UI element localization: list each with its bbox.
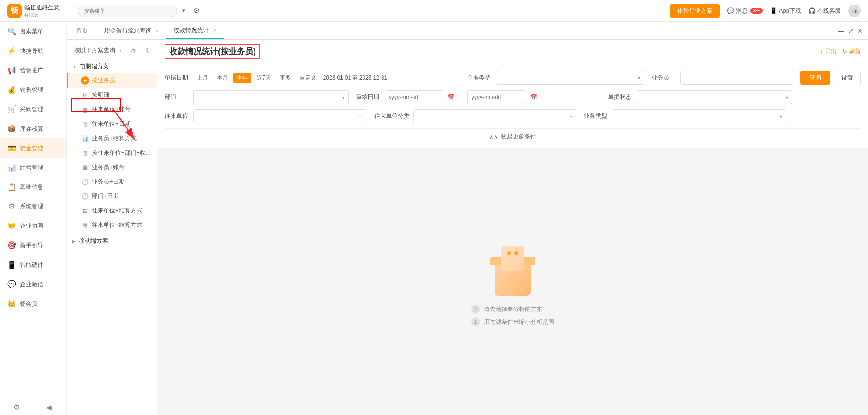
maximize-btn[interactable]: ⤢: [848, 27, 854, 34]
partner-select[interactable]: ···: [193, 109, 367, 123]
tree-label-partner-account: 往来单位+账号: [92, 105, 131, 113]
date-tab-last-month[interactable]: 上月: [193, 73, 212, 83]
tree-item-partner-date[interactable]: ▦ 往来单位+日期: [67, 117, 157, 131]
refresh-icon: ↻: [842, 48, 847, 55]
app-download-action[interactable]: 📱 App下载: [770, 7, 801, 15]
dept-select[interactable]: ▾: [193, 90, 349, 104]
audit-date-start-input[interactable]: [385, 90, 443, 104]
salesperson-select[interactable]: ···: [680, 71, 793, 85]
tree-item-dept-date[interactable]: 🕐 部门+日期: [67, 189, 157, 203]
dropdown-btn[interactable]: ▾: [177, 5, 190, 17]
pc-section-header[interactable]: ▼ 电脑端方案: [67, 60, 157, 73]
app-download-label: App下载: [779, 7, 801, 15]
message-action[interactable]: 💬 消息 99+: [727, 7, 763, 15]
page-title-bar: 收款情况统计(按业务员) ↑ 导出 ↻ 刷新: [157, 40, 868, 63]
gear-icon[interactable]: ⚙: [193, 6, 200, 15]
sidebar-item-basic-info[interactable]: 📋 基础信息: [0, 177, 66, 197]
partner-account-icon: ▦: [81, 105, 89, 113]
sidebar-item-enterprise[interactable]: 🤝 企业协同: [0, 216, 66, 236]
tree-label-salesperson-date: 业务员+日期: [92, 178, 125, 186]
sidebar-item-capital[interactable]: 💳 资金管理: [0, 138, 66, 158]
sidebar-settings-btn[interactable]: ⚙: [14, 403, 20, 411]
filter-area: 单据日期 上月 本月 本年 近7天 更多 自定义 2023-01-01 至 20…: [157, 63, 868, 148]
dept-label: 部门: [165, 93, 190, 101]
tab1-close-btn[interactable]: ×: [156, 28, 159, 33]
tree-item-salesperson-account[interactable]: ▦ 业务员+账号: [67, 160, 157, 174]
date-tab-7days[interactable]: 近7天: [253, 73, 274, 83]
sidebar-item-guide[interactable]: 🎯 新手引导: [0, 236, 66, 255]
partner-category-select[interactable]: ▾: [413, 109, 577, 123]
calendar-end-icon[interactable]: 📅: [530, 94, 537, 101]
sidebar-item-search[interactable]: 🔍 搜索菜单: [0, 22, 66, 41]
close-window-btn[interactable]: ✕: [857, 27, 863, 34]
tree-item-by-detail[interactable]: ⊞ 按明细: [67, 88, 157, 102]
app-logo: 畅: [7, 4, 22, 18]
sidebar-label-guide: 新手引导: [20, 241, 43, 250]
tree-item-salesperson-date[interactable]: 🕐 业务员+日期: [67, 174, 157, 189]
add-scheme-btn[interactable]: +: [115, 45, 126, 56]
trial-button[interactable]: 体验行业方案: [670, 4, 720, 18]
sidebar-item-system[interactable]: ⚙ 系统管理: [0, 197, 66, 216]
sidebar-item-purchase[interactable]: 🛒 采购管理: [0, 99, 66, 119]
online-service-action[interactable]: 🎧 在线客服: [808, 7, 841, 15]
business-type-select[interactable]: ▾: [613, 109, 786, 123]
calendar-start-icon[interactable]: 📅: [447, 94, 454, 101]
tree-item-partner-settlement2[interactable]: ▦ 往来单位+结算方式: [67, 218, 157, 232]
tree-item-partner-account[interactable]: ▦ 往来单位+账号: [67, 102, 157, 117]
date-tab-more[interactable]: 更多: [276, 73, 294, 83]
type-label: 单据类型: [467, 74, 492, 82]
sidebar-item-member[interactable]: 👑 畅会员: [0, 294, 66, 313]
user-avatar[interactable]: Rit: [848, 5, 861, 17]
date-tab-this-month[interactable]: 本月: [213, 73, 231, 83]
export-label: 导出: [825, 47, 837, 56]
settings-scheme-btn[interactable]: ⚙: [128, 45, 139, 56]
doc-status-chevron-icon: ▾: [786, 95, 788, 100]
sidebar-item-operation[interactable]: 📊 经营管理: [0, 158, 66, 177]
mobile-section-header[interactable]: ▶ 移动端方案: [67, 234, 157, 248]
collapse-up-icon: ∧∧: [489, 133, 498, 140]
date-tab-this-year[interactable]: 本年: [233, 73, 251, 83]
type-filter-group: 单据类型 ▾: [467, 71, 644, 85]
audit-date-end-input[interactable]: [467, 90, 526, 104]
date-filter-group: 单据日期 上月 本月 本年 近7天 更多 自定义 2023-01-01 至 20…: [165, 73, 460, 83]
sidebar-item-sales[interactable]: 💰 销售管理: [0, 80, 66, 99]
tab-cashflow[interactable]: 现金银行流水查询 ×: [97, 22, 166, 39]
sidebar-item-smart-hw[interactable]: 📱 智能硬件: [0, 255, 66, 274]
sidebar-item-quick-nav[interactable]: ⚡ 快捷导航: [0, 41, 66, 61]
salesperson-date-icon: 🕐: [81, 178, 89, 186]
collapse-filter-btn[interactable]: ∧∧ 收起更多条件: [165, 128, 861, 144]
sidebar-item-inventory[interactable]: 📦 库存核算: [0, 119, 66, 138]
type-select[interactable]: ▾: [496, 71, 644, 85]
sidebar-label-marketing: 营销推广: [20, 66, 43, 75]
plus-icon: +: [119, 47, 123, 54]
salesperson-label: 业务员: [651, 74, 677, 82]
tree-item-partner-settlement1[interactable]: ⊞ 往来单位+结算方式: [67, 203, 157, 218]
settings-button[interactable]: 设置: [834, 71, 861, 85]
minimize-btn[interactable]: —: [838, 27, 844, 34]
sidebar-collapse-btn[interactable]: ◀|: [47, 404, 53, 411]
refresh-btn[interactable]: ↻ 刷新: [842, 47, 861, 56]
tab2-close-btn[interactable]: ×: [213, 28, 216, 33]
app-badge: 标准版: [24, 12, 60, 18]
tab-home[interactable]: 首页: [67, 22, 97, 39]
sidebar-label-quick-nav: 快捷导航: [20, 47, 43, 55]
partner-ellipsis-icon[interactable]: ···: [358, 113, 363, 120]
salesperson-account-icon: ▦: [81, 163, 89, 171]
date-tab-custom[interactable]: 自定义: [296, 73, 320, 83]
tree-item-partner-dept[interactable]: ▦ 按往来单位+部门+收...: [67, 146, 157, 160]
sidebar-item-marketing[interactable]: 📢 营销推广: [0, 61, 66, 80]
message-label: 消息: [736, 7, 748, 15]
dept-chevron-icon: ▾: [342, 95, 344, 100]
sidebar-label-sales: 销售管理: [20, 86, 43, 94]
export-btn[interactable]: ↑ 导出: [821, 47, 837, 56]
doc-status-select[interactable]: ▾: [637, 90, 792, 104]
tree-item-salesperson-settlement[interactable]: 📊 业务员+结算方式: [67, 131, 157, 146]
query-button[interactable]: 查询: [800, 71, 830, 85]
tree-item-by-salesperson[interactable]: ▶ 按业务员: [67, 73, 157, 88]
sidebar-item-wechat[interactable]: 💬 企业微信: [0, 274, 66, 294]
search-input[interactable]: [78, 5, 177, 17]
tab-receipt-stats[interactable]: 收款情况统计 ×: [166, 22, 224, 39]
collapse-panel-btn[interactable]: 《: [141, 45, 151, 56]
date-separator: —: [458, 94, 464, 101]
tree-label-salesperson-settlement: 业务员+结算方式: [92, 134, 137, 142]
